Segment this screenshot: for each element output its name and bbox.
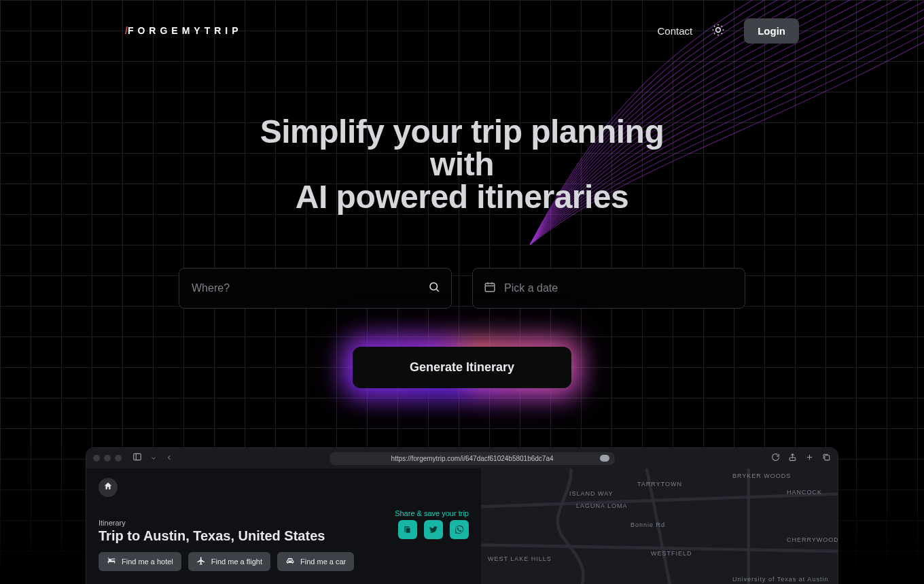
map-label: University of Texas at Austin bbox=[732, 576, 828, 583]
url-area: https://forgemytrip.com/i/647dacf61024b5… bbox=[180, 452, 764, 465]
chevron-down-icon[interactable] bbox=[150, 452, 157, 464]
reader-pill-icon bbox=[600, 455, 609, 462]
destination-field[interactable] bbox=[179, 268, 452, 309]
browser-body: Itinerary Share & save your trip Trip to… bbox=[86, 468, 838, 584]
home-icon bbox=[103, 481, 113, 494]
share-whatsapp-button[interactable] bbox=[450, 520, 469, 539]
plane-icon bbox=[196, 556, 206, 567]
share-label: Share & save your trip bbox=[395, 509, 469, 517]
action-chips: Find me a hotel Find me a flight Find me… bbox=[99, 552, 469, 571]
car-icon bbox=[285, 556, 295, 567]
map-panel[interactable]: ISLAND WAY LAGUNA LOMA WEST LAKE HILLS T… bbox=[481, 468, 838, 584]
svg-rect-2 bbox=[485, 284, 495, 292]
plus-icon[interactable] bbox=[805, 452, 814, 464]
back-icon[interactable] bbox=[165, 452, 173, 464]
share-twitter-button[interactable] bbox=[424, 520, 443, 539]
tabs-icon[interactable] bbox=[822, 452, 831, 464]
login-button[interactable]: Login bbox=[744, 18, 799, 44]
date-field[interactable]: Pick a date bbox=[472, 268, 745, 309]
browser-preview: https://forgemytrip.com/i/647dacf61024b5… bbox=[86, 447, 838, 584]
svg-point-1 bbox=[430, 283, 438, 290]
map-label: TARRYTOWN bbox=[637, 481, 682, 487]
share-icon[interactable] bbox=[788, 452, 797, 464]
site-header: /FORGEMYTRIP Contact Login bbox=[0, 0, 924, 48]
map-label: CHERRYWOOD bbox=[787, 536, 838, 543]
share-icon-row bbox=[398, 520, 469, 539]
map-label: WEST LAKE HILLS bbox=[488, 555, 552, 562]
svg-point-0 bbox=[716, 27, 721, 32]
traffic-lights bbox=[93, 455, 122, 462]
itinerary-panel: Itinerary Share & save your trip Trip to… bbox=[86, 468, 481, 584]
calendar-icon bbox=[484, 281, 496, 296]
map-label: LAGUNA LOMA bbox=[576, 502, 628, 509]
browser-toolbar: https://forgemytrip.com/i/647dacf61024b5… bbox=[86, 448, 838, 468]
map-label: HANCOCK bbox=[787, 489, 822, 496]
map-label: ISLAND WAY bbox=[569, 490, 614, 497]
hero-line-2: with bbox=[0, 148, 924, 181]
input-row: Pick a date bbox=[0, 268, 924, 309]
hero-heading: Simplify your trip planning with AI powe… bbox=[0, 116, 924, 213]
cta-row: Generate Itinerary bbox=[0, 347, 924, 388]
url-text: https://forgemytrip.com/i/647dacf61024b5… bbox=[391, 455, 553, 462]
search-icon bbox=[428, 281, 440, 296]
svg-rect-5 bbox=[825, 456, 830, 460]
header-nav: Contact Login bbox=[657, 18, 799, 44]
destination-input[interactable] bbox=[190, 281, 440, 295]
toolbar-left-icons bbox=[132, 452, 173, 464]
share-copy-button[interactable] bbox=[398, 520, 417, 539]
map-label: Bonnie Rd bbox=[630, 521, 665, 528]
svg-rect-3 bbox=[134, 453, 141, 460]
brand-logo[interactable]: /FORGEMYTRIP bbox=[125, 25, 243, 36]
sidebar-toggle-icon[interactable] bbox=[132, 452, 142, 464]
chip-car[interactable]: Find me a car bbox=[277, 552, 354, 571]
home-button[interactable] bbox=[99, 478, 118, 497]
map-label: BRYKER WOODS bbox=[732, 473, 791, 479]
bed-icon bbox=[107, 556, 116, 567]
chip-flight[interactable]: Find me a flight bbox=[188, 552, 270, 571]
theme-toggle[interactable] bbox=[707, 20, 729, 41]
reload-icon[interactable] bbox=[771, 452, 780, 464]
chip-car-label: Find me a car bbox=[300, 557, 346, 566]
generate-button[interactable]: Generate Itinerary bbox=[353, 347, 571, 388]
map-label: WESTFIELD bbox=[651, 550, 692, 557]
hero-line-1: Simplify your trip planning bbox=[0, 116, 924, 148]
chip-hotel[interactable]: Find me a hotel bbox=[99, 552, 181, 571]
hero: Simplify your trip planning with AI powe… bbox=[0, 116, 924, 388]
hero-line-3: AI powered itineraries bbox=[0, 181, 924, 213]
cta-glow: Generate Itinerary bbox=[353, 347, 571, 388]
chip-flight-label: Find me a flight bbox=[211, 557, 262, 566]
url-bar[interactable]: https://forgemytrip.com/i/647dacf61024b5… bbox=[330, 452, 614, 465]
toolbar-right-icons bbox=[771, 452, 831, 464]
date-placeholder: Pick a date bbox=[504, 282, 558, 294]
brand-name: FORGEMYTRIP bbox=[128, 25, 243, 36]
chip-hotel-label: Find me a hotel bbox=[122, 557, 173, 566]
sun-icon bbox=[711, 23, 725, 39]
contact-link[interactable]: Contact bbox=[657, 25, 692, 37]
